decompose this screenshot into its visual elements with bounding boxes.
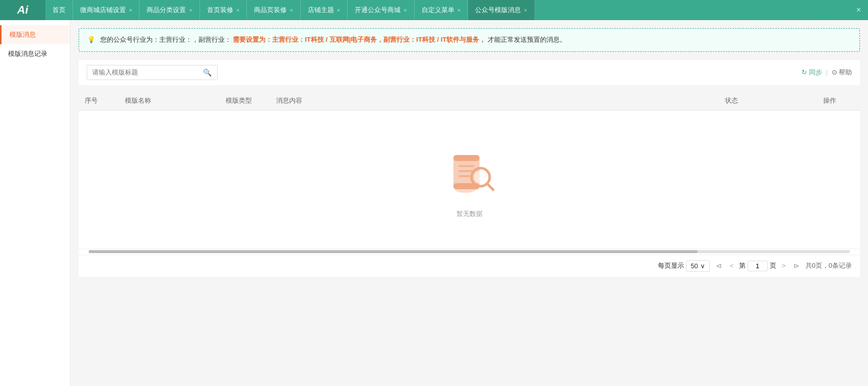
- search-input[interactable]: [87, 65, 198, 79]
- th-name: 模版名称: [119, 91, 220, 110]
- help-icon: ⊙: [832, 68, 837, 76]
- sidebar: 模版消息 模版消息记录: [0, 20, 71, 386]
- page-size-select: 每页显示 50 ∨: [658, 260, 709, 272]
- search-button[interactable]: 🔍: [198, 65, 217, 80]
- sidebar-item-template-msg-record-label: 模版消息记录: [8, 50, 47, 57]
- notice-suffix: 才能正常发送预置的消息。: [488, 36, 566, 43]
- table-header: 序号 模版名称 模版类型 消息内容 状态 操作: [79, 91, 860, 111]
- notice-box: 💡 您的公众号行业为：主营行业：，副营行业： 需要设置为：主营行业：IT科技 /…: [79, 28, 860, 52]
- app-logo: Ai: [0, 0, 45, 20]
- sidebar-item-template-msg-record[interactable]: 模版消息记录: [0, 44, 70, 63]
- tab-templatemsg-label: 公众号模版消息: [475, 6, 521, 15]
- tab-home-label: 首页: [52, 6, 65, 15]
- pagination: 每页显示 50 ∨ ⊲ ＜ 第 页 ＞ ⊳ 共0页，0条记录: [79, 255, 860, 277]
- th-action: 操作: [799, 91, 860, 110]
- tab-productpage-close[interactable]: ×: [290, 7, 293, 13]
- page-size-value: 50: [691, 262, 698, 270]
- notice-icon: 💡: [87, 36, 95, 43]
- tab-weshop-close[interactable]: ×: [129, 7, 132, 13]
- svg-point-8: [474, 171, 487, 184]
- tab-category-label: 商品分类设置: [147, 6, 186, 15]
- tab-homepage[interactable]: 首页装修 ×: [200, 0, 247, 20]
- tab-theme-label: 店铺主题: [308, 6, 334, 15]
- page-size-label: 每页显示: [658, 261, 684, 270]
- tab-weshop-label: 微商城店铺设置: [80, 6, 126, 15]
- page-nav: ⊲ ＜ 第 页 ＞ ⊳: [714, 260, 802, 271]
- sync-icon: ↻: [802, 68, 807, 76]
- notice-highlight: 需要设置为：主营行业：IT科技 / 互联网|电子商务，副营行业：IT科技 / I…: [233, 36, 486, 43]
- th-content: 消息内容: [270, 91, 719, 110]
- page-di-label: 第: [739, 261, 746, 270]
- tab-custommenu[interactable]: 自定义菜单 ×: [415, 0, 468, 20]
- scroll-bar-track: [89, 250, 850, 253]
- empty-text: 暂无数据: [456, 209, 483, 218]
- search-right-actions: ↻ 同步 | ⊙ 帮助: [802, 68, 852, 77]
- tab-weshop[interactable]: 微商城店铺设置 ×: [73, 0, 140, 20]
- tab-category-close[interactable]: ×: [189, 7, 192, 13]
- tab-productpage[interactable]: 商品页装修 ×: [247, 0, 300, 20]
- tab-homepage-label: 首页装修: [207, 6, 233, 15]
- svg-rect-5: [458, 170, 473, 172]
- page-next-button[interactable]: ＞: [778, 260, 789, 271]
- th-type: 模版类型: [220, 91, 270, 110]
- tab-templatemsg[interactable]: 公众号模版消息 ×: [468, 0, 535, 20]
- tab-home[interactable]: 首页: [45, 0, 73, 20]
- tab-custommenu-close[interactable]: ×: [457, 7, 460, 13]
- scroll-bar-thumb: [89, 250, 698, 253]
- tab-openmall-label: 开通公众号商城: [355, 6, 400, 15]
- top-nav: Ai 首页 微商城店铺设置 × 商品分类设置 × 首页装修 × 商品页装修 × …: [0, 0, 868, 20]
- content-area: 💡 您的公众号行业为：主营行业：，副营行业： 需要设置为：主营行业：IT科技 /…: [71, 20, 868, 386]
- tab-theme[interactable]: 店铺主题 ×: [301, 0, 348, 20]
- tab-templatemsg-close[interactable]: ×: [524, 7, 527, 13]
- empty-state: 暂无数据: [79, 111, 860, 249]
- tab-openmall[interactable]: 开通公众号商城 ×: [348, 0, 414, 20]
- sync-button[interactable]: ↻ 同步: [802, 68, 822, 77]
- search-input-wrapper: 🔍: [87, 65, 218, 80]
- svg-rect-4: [458, 165, 475, 167]
- empty-icon: [439, 141, 500, 201]
- scroll-bar-area: [79, 249, 860, 255]
- page-first-button[interactable]: ⊲: [714, 261, 724, 271]
- page-size-box[interactable]: 50 ∨: [686, 260, 709, 272]
- page-unit-label: 页: [770, 261, 776, 270]
- action-divider: |: [826, 68, 828, 76]
- svg-rect-2: [453, 155, 480, 161]
- help-button[interactable]: ⊙ 帮助: [832, 68, 852, 77]
- page-prev-button[interactable]: ＜: [726, 260, 737, 271]
- tab-theme-close[interactable]: ×: [337, 7, 340, 13]
- tab-productpage-label: 商品页装修: [254, 6, 287, 15]
- help-label: 帮助: [839, 68, 852, 77]
- svg-rect-6: [458, 175, 471, 177]
- page-total: 共0页，0条记录: [806, 261, 852, 270]
- page-last-button[interactable]: ⊳: [791, 261, 802, 271]
- sidebar-item-template-msg[interactable]: 模版消息: [0, 25, 70, 44]
- sidebar-item-template-msg-label: 模版消息: [10, 31, 36, 38]
- sync-label: 同步: [809, 68, 822, 76]
- notice-prefix: 您的公众号行业为：主营行业：，副营行业：: [100, 36, 231, 43]
- page-input[interactable]: [748, 261, 768, 271]
- tab-openmall-close[interactable]: ×: [404, 7, 407, 13]
- table-wrapper: 序号 模版名称 模版类型 消息内容 状态 操作: [79, 91, 860, 277]
- close-all-button[interactable]: ×: [849, 6, 868, 15]
- tab-homepage-close[interactable]: ×: [236, 7, 239, 13]
- tab-custommenu-label: 自定义菜单: [422, 6, 454, 15]
- main-layout: 模版消息 模版消息记录 💡 您的公众号行业为：主营行业：，副营行业： 需要设置为…: [0, 20, 868, 386]
- tab-category[interactable]: 商品分类设置 ×: [140, 0, 199, 20]
- chevron-down-icon: ∨: [700, 262, 705, 270]
- th-status: 状态: [719, 91, 799, 110]
- search-bar: 🔍 ↻ 同步 | ⊙ 帮助: [79, 60, 860, 85]
- svg-line-9: [487, 184, 493, 190]
- th-seq: 序号: [79, 91, 119, 110]
